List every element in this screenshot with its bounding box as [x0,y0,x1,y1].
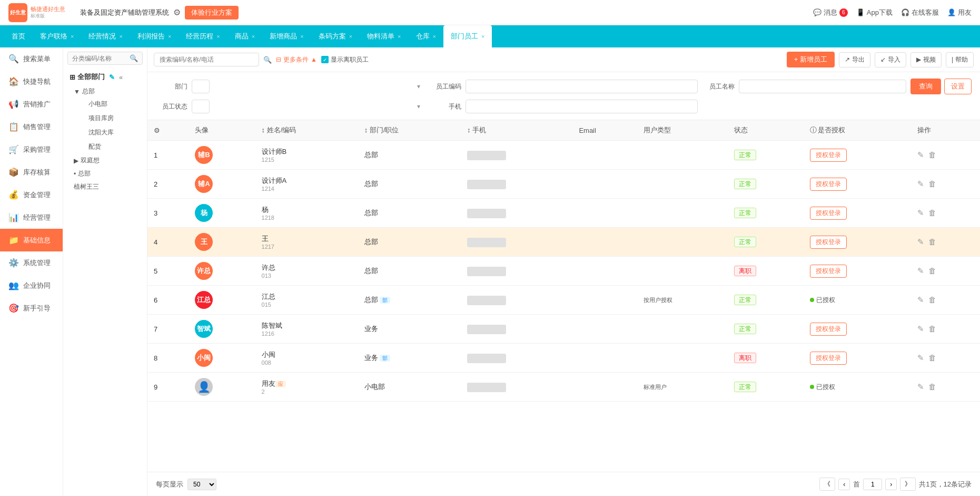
dept-group-shuangling[interactable]: ▶ 双庭想 [72,154,143,167]
menu-system[interactable]: ⚙️ 系统管理 [0,251,63,274]
prev-page-button[interactable]: ‹ [838,479,850,490]
show-inactive-toggle[interactable]: ✓ 显示离职员工 [321,55,369,64]
close-icon[interactable]: × [168,33,171,40]
nav-warehouse[interactable]: 仓库 × [409,25,443,47]
close-icon[interactable]: × [71,33,74,40]
message-item[interactable]: 💬 消息 6 [813,8,848,17]
delete-icon[interactable]: 🗑 [928,179,936,189]
dept-item-zhushu[interactable]: 植树王三 [72,180,143,193]
dept-item-small-electric[interactable]: 小电部 [80,97,143,111]
auth-button[interactable]: 授权登录 [810,236,847,249]
import-button[interactable]: ↙ 导入 [875,52,906,67]
auth-button[interactable]: 授权登录 [810,265,847,278]
col-name[interactable]: ↕ 姓名/编码 [255,120,358,141]
dept-item-shenyang[interactable]: 沈阳大库 [80,125,143,140]
export-button[interactable]: ↗ 导出 [839,52,870,67]
info-icon[interactable]: ⓘ [810,126,817,134]
user-item[interactable]: 👤 用友 [947,8,972,17]
delete-icon[interactable]: 🗑 [928,295,936,305]
menu-sales[interactable]: 📋 销售管理 [0,115,63,138]
nav-operation[interactable]: 经营情况 × [81,25,130,47]
add-employee-button[interactable]: + 新增员工 [787,52,835,67]
delete-icon[interactable]: 🗑 [928,150,936,160]
nav-dept-employee[interactable]: 部门员工 × [443,25,492,47]
close-icon[interactable]: × [119,33,122,40]
nav-history[interactable]: 经营历程 × [179,25,227,47]
close-icon[interactable]: × [300,33,303,40]
nav-goods[interactable]: 商品 × [227,25,262,47]
emp-name-input[interactable] [739,80,906,93]
col-phone[interactable]: ↕ 手机 [461,120,572,141]
delete-icon[interactable]: 🗑 [928,266,936,276]
menu-guide[interactable]: 🎯 新手引导 [0,297,63,319]
delete-icon[interactable]: 🗑 [928,324,936,334]
gear-button[interactable]: ⚙ [173,7,181,17]
edit-icon[interactable]: ✎ [917,208,924,218]
page-input[interactable] [863,479,882,490]
per-page-select[interactable]: 50 20 100 [187,479,216,490]
dept-search-input[interactable] [72,55,130,62]
delete-icon[interactable]: 🗑 [928,208,936,218]
help-button[interactable]: | 帮助 [946,52,974,67]
first-page-button[interactable]: 《 [819,478,835,491]
edit-icon[interactable]: ✎ [917,324,924,334]
online-service-item[interactable]: 🎧 在线客服 [901,8,939,17]
dept-item-delivery[interactable]: 配货 [80,140,143,154]
menu-collab[interactable]: 👥 企业协同 [0,274,63,297]
search-icon-btn[interactable]: 🔍 [263,56,272,64]
app-download-item[interactable]: 📱 App下载 [856,8,893,17]
nav-customer[interactable]: 客户联络 × [33,25,81,47]
emp-code-input[interactable] [466,80,698,93]
close-icon[interactable]: × [433,33,436,40]
col-settings[interactable]: ⚙ [147,120,189,141]
experience-button[interactable]: 体验行业方案 [185,6,239,20]
query-button[interactable]: 查询 [910,79,941,94]
delete-icon[interactable]: 🗑 [928,353,936,363]
phone-input[interactable] [466,100,698,113]
nav-add-goods[interactable]: 新增商品 × [262,25,311,47]
nav-profit[interactable]: 利润报告 × [130,25,179,47]
edit-icon[interactable]: ✎ [917,295,924,305]
auth-button[interactable]: 授权登录 [810,149,847,162]
delete-icon[interactable]: 🗑 [928,237,936,247]
edit-icon[interactable]: ✎ [917,382,924,392]
status-select[interactable] [192,100,210,113]
dept-item-project[interactable]: 项目库房 [80,111,143,125]
nav-home[interactable]: 首页 [4,25,33,47]
auth-button[interactable]: 授权登录 [810,207,847,220]
menu-purchase[interactable]: 🛒 采购管理 [0,138,63,161]
edit-icon[interactable]: ✎ [917,179,924,189]
nav-bom[interactable]: 物料清单 × [360,25,408,47]
menu-basic[interactable]: 📁 基础信息 [0,229,63,251]
dept-collapse-icon[interactable]: « [119,73,123,81]
auth-button[interactable]: 授权登录 [810,352,847,365]
close-icon[interactable]: × [216,33,220,40]
edit-icon[interactable]: ✎ [917,237,924,247]
menu-ops[interactable]: 📊 经营管理 [0,206,63,229]
dept-group-hq[interactable]: ▼ 总部 [72,85,143,97]
settings-button[interactable]: 设置 [944,79,972,94]
dept-group-headquarters[interactable]: • 总部 [72,167,143,180]
edit-icon[interactable]: ✎ [917,266,924,276]
more-filters-btn[interactable]: ⊟ 更多条件 ▲ [276,55,317,64]
dept-all-header[interactable]: ⊞ 全部部门 ✎ « [67,69,143,85]
menu-finance[interactable]: 💰 资金管理 [0,183,63,206]
close-icon[interactable]: × [349,33,352,40]
edit-icon[interactable]: ✎ [917,150,924,160]
dept-select[interactable] [192,80,210,93]
dept-edit-icon[interactable]: ✎ [109,73,115,81]
view-button[interactable]: ▶ 视频 [910,52,942,67]
dept-search-box[interactable]: 🔍 [67,52,143,65]
auth-button[interactable]: 授权登录 [810,178,847,191]
menu-inventory[interactable]: 📦 库存核算 [0,161,63,183]
auth-button[interactable]: 授权登录 [810,323,847,336]
edit-icon[interactable]: ✎ [917,353,924,363]
menu-nav[interactable]: 🏠 快捷导航 [0,70,63,93]
search-input[interactable] [154,53,259,66]
next-page-button[interactable]: › [885,479,897,490]
last-page-button[interactable]: 》 [900,478,916,491]
nav-barcode[interactable]: 条码方案 × [311,25,360,47]
menu-marketing[interactable]: 📢 营销推广 [0,93,63,115]
col-dept[interactable]: ↕ 部门/职位 [358,120,461,141]
close-icon[interactable]: × [252,33,255,40]
